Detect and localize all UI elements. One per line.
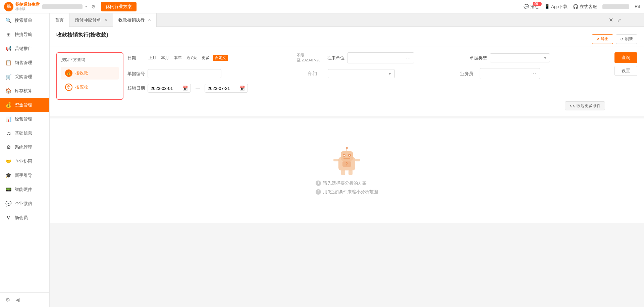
sidebar-item-smart-hw[interactable]: 📟 智能硬件 <box>0 183 49 197</box>
sidebar-item-tutorial[interactable]: 🎓 新手引导 <box>0 168 49 183</box>
sidebar-item-purchase[interactable]: 🛒 采购管理 <box>0 70 49 84</box>
close-all-tabs-icon[interactable]: ✕ <box>607 15 614 24</box>
sidebar-item-basic[interactable]: 🗂 基础信息 <box>0 126 49 140</box>
brand: 畅 畅捷通好生意 标准版 <box>4 2 40 11</box>
verify-date-start-wrapper[interactable]: 📅 <box>148 84 191 93</box>
page-toolbar: ↗ 导出 ↺ 刷新 <box>592 32 637 47</box>
sidebar-item-sales[interactable]: 📋 销售管理 <box>0 56 49 70</box>
sidebar-item-biz[interactable]: 📊 经营管理 <box>0 112 49 126</box>
sidebar-item-inventory[interactable]: 🏠 库存核算 <box>0 84 49 98</box>
svg-point-8 <box>346 147 348 149</box>
dept-label: 部门 <box>308 71 325 77</box>
chevron-down-icon: ▾ <box>544 55 546 60</box>
solution-button[interactable]: 休闲行业方案 <box>101 2 137 11</box>
svg-rect-6 <box>343 158 350 159</box>
verify-date-end-input[interactable] <box>208 86 238 91</box>
filter-by-receipt[interactable]: 💰 按收款 <box>61 67 119 80</box>
date-custom[interactable]: 自定义 <box>213 55 228 61</box>
dept-select[interactable]: ▾ <box>328 69 395 78</box>
doc-no-input[interactable] <box>148 69 221 78</box>
message-badge: 99+ <box>533 2 542 6</box>
headset-icon: 🎧 <box>573 4 578 9</box>
account-chevron-icon[interactable]: ▾ <box>85 4 87 9</box>
sidebar-item-quick-nav[interactable]: ⊞ 快捷导航 <box>0 28 49 42</box>
sidebar-bottom: ⚙ ◀ <box>0 292 49 307</box>
tab-home[interactable]: 首页 <box>50 13 69 27</box>
expand-icon[interactable]: ⤢ <box>616 16 623 24</box>
sidebar-item-marketing[interactable]: 📢 营销推广 <box>0 42 49 56</box>
system-icon: ⚙ <box>5 144 11 150</box>
sidebar-item-fund[interactable]: 💰 资金管理 <box>0 98 49 112</box>
staff-more-icon[interactable]: ··· <box>531 70 536 77</box>
phone-icon: 📱 <box>544 4 550 9</box>
calendar-start-icon[interactable]: 📅 <box>182 86 188 91</box>
online-service-button[interactable]: 🎧 在线客服 <box>573 4 597 10</box>
tab-close-prepay[interactable]: ✕ <box>104 18 107 22</box>
account-blurred <box>42 4 83 9</box>
filter-row-1: 日期 上月 本月 本年 近7天 更多 自定义 <box>127 52 605 63</box>
settings-icon[interactable]: ⚙ <box>91 4 96 9</box>
query-button[interactable]: 查询 <box>614 52 637 63</box>
verify-date-start-input[interactable] <box>151 86 181 91</box>
sidebar-collapse-icon[interactable]: ◀ <box>15 297 19 303</box>
partner-input[interactable]: ··· <box>347 52 414 63</box>
filter-row-3: 核销日期 📅 — 📅 <box>127 84 605 93</box>
sidebar-gear-icon[interactable]: ⚙ <box>5 297 10 303</box>
doc-type-field: 单据类型 ▾ <box>470 53 605 62</box>
staff-label: 业务员 <box>460 71 477 77</box>
app-download-button[interactable]: 📱 App下载 <box>544 4 568 10</box>
filter-rows: 日期 上月 本月 本年 近7天 更多 自定义 <box>127 52 605 110</box>
export-button[interactable]: ↗ 导出 <box>592 34 613 44</box>
doc-type-select[interactable]: ▾ <box>490 53 550 62</box>
query-buttons: 查询 设置 <box>614 52 637 76</box>
message-button[interactable]: 💬 消息 99+ <box>524 4 539 10</box>
empty-state: ? 1 请先选择要分析的方案 2 用[过滤]条件来缩小分析范围 <box>50 118 644 223</box>
tab-receivable-verify[interactable]: 收款核销执行 ✕ <box>113 13 157 27</box>
cart-icon: 🛒 <box>5 74 11 80</box>
date-field: 日期 上月 本月 本年 近7天 更多 自定义 <box>127 54 290 61</box>
filter-type-panel: 按以下方查询 💰 按收款 ⏱ 按应收 <box>56 52 123 100</box>
tab-bar: 首页 预付冲应付单 ✕ 收款核销执行 ✕ ✕ ⤢ <box>50 13 644 27</box>
filter-by-receivable[interactable]: ⏱ 按应收 <box>61 81 119 94</box>
verify-date-field: 核销日期 📅 — 📅 <box>127 84 605 93</box>
chevron-up-icon: ∧∧ <box>569 104 575 108</box>
export-icon: ↗ <box>596 37 599 42</box>
date-more[interactable]: 更多 <box>200 54 211 61</box>
sidebar-item-vip[interactable]: V 畅会员 <box>0 211 49 225</box>
collapse-more-button[interactable]: ∧∧ 收起更多条件 <box>565 101 605 110</box>
date-7days[interactable]: 近7天 <box>185 54 198 61</box>
message-icon: 💬 <box>524 4 529 9</box>
partner-field: 往来单位 ··· <box>327 52 463 63</box>
refresh-button[interactable]: ↺ 刷新 <box>616 34 637 44</box>
page-header: 收款核销执行(按收款) ↗ 导出 ↺ 刷新 <box>50 27 644 47</box>
svg-rect-9 <box>333 159 339 161</box>
grid-icon: ⊞ <box>5 32 11 38</box>
tab-bar-actions: ✕ ⤢ <box>607 15 624 24</box>
dept-chevron-icon: ▾ <box>389 71 391 76</box>
date-this-month[interactable]: 本月 <box>160 54 170 61</box>
tab-close-receivable[interactable]: ✕ <box>148 18 151 22</box>
date-last-month[interactable]: 上月 <box>147 54 158 61</box>
empty-tip-2: 2 用[过滤]条件来缩小分析范围 <box>316 188 378 196</box>
svg-point-4 <box>343 155 345 156</box>
megaphone-icon: 📢 <box>5 46 11 52</box>
calendar-end-icon[interactable]: 📅 <box>239 86 245 91</box>
sidebar-item-wechat[interactable]: 💬 企业微信 <box>0 197 49 211</box>
content-area: 首页 预付冲应付单 ✕ 收款核销执行 ✕ ✕ ⤢ 收款核销执行(按收款) <box>50 13 644 307</box>
topbar: 畅 畅捷通好生意 标准版 ▾ ⚙ 休闲行业方案 💬 消息 99+ 📱 App下载… <box>0 0 644 13</box>
partner-label: 往来单位 <box>327 55 344 61</box>
staff-input[interactable]: ··· <box>480 68 540 79</box>
partner-more-icon[interactable]: ··· <box>406 54 411 61</box>
tab-prepay-conflict[interactable]: 预付冲应付单 ✕ <box>69 13 113 27</box>
filter-right-wrapper: 日期 上月 本月 本年 近7天 更多 自定义 <box>127 52 637 110</box>
verify-date-end-wrapper[interactable]: 📅 <box>205 84 248 93</box>
sidebar-item-enterprise[interactable]: 🤝 企业协同 <box>0 154 49 168</box>
sidebar-item-sys[interactable]: ⚙ 系统管理 <box>0 140 49 154</box>
settings-button[interactable]: 设置 <box>614 66 637 76</box>
date-this-year[interactable]: 本年 <box>172 54 183 61</box>
user-name[interactable]: Rit <box>635 4 640 9</box>
sidebar-item-search-menu[interactable]: 🔍 搜索菜单 <box>0 13 49 28</box>
main-layout: 🔍 搜索菜单 ⊞ 快捷导航 📢 营销推广 📋 销售管理 🛒 采购管理 🏠 库存核… <box>0 13 644 307</box>
collapse-row: ∧∧ 收起更多条件 <box>127 99 605 110</box>
empty-tips: 1 请先选择要分析的方案 2 用[过滤]条件来缩小分析范围 <box>316 179 378 196</box>
